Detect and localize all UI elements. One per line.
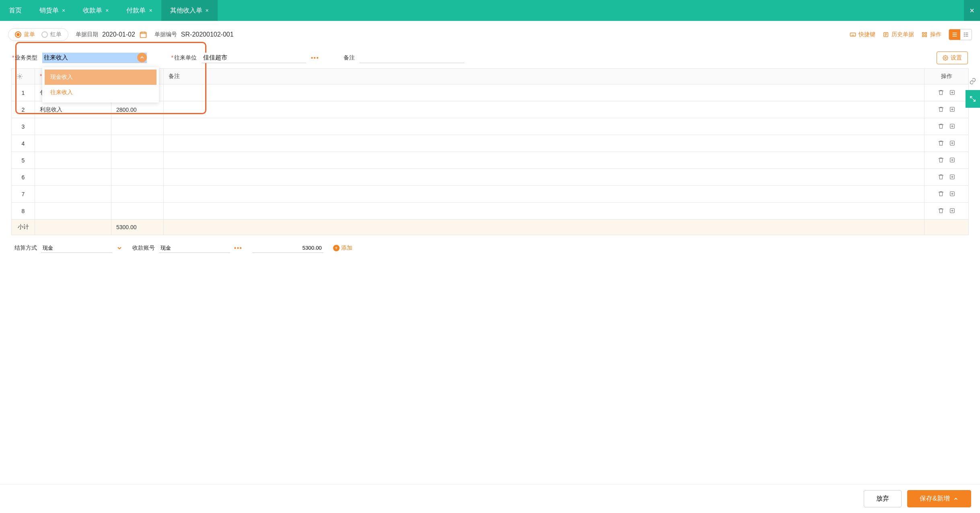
svg-point-9 [964, 36, 964, 36]
cell-amount[interactable] [111, 152, 164, 169]
side-rail [966, 72, 980, 108]
delete-row-button[interactable] [937, 105, 945, 113]
amount-input[interactable] [252, 243, 323, 253]
remark-input[interactable] [360, 53, 464, 63]
cell-remark[interactable] [164, 84, 924, 101]
calendar-icon[interactable] [139, 31, 147, 39]
delete-row-button[interactable] [937, 190, 945, 198]
col-gear[interactable] [12, 69, 35, 84]
link-icon [969, 78, 976, 85]
delete-row-button[interactable] [937, 207, 945, 215]
cell-category[interactable]: 利息收入 [35, 101, 111, 118]
cell-amount[interactable] [111, 169, 164, 186]
tab-receipt[interactable]: 收款单× [74, 0, 117, 21]
add-row-button[interactable] [948, 122, 956, 130]
recv-account-input[interactable] [159, 243, 230, 253]
add-row-button[interactable] [948, 190, 956, 198]
recv-account-lookup-button[interactable]: ••• [234, 245, 243, 251]
radio-red[interactable]: 红单 [41, 31, 62, 38]
dropdown-option-related-income[interactable]: 往来收入 [45, 85, 156, 100]
tab-other-income[interactable]: 其他收入单× [161, 0, 218, 21]
table-row[interactable]: 8 [12, 203, 969, 220]
add-row-button[interactable] [948, 173, 956, 181]
cell-amount[interactable] [111, 203, 164, 220]
add-row-button[interactable] [948, 156, 956, 164]
col-remark: 备注 [164, 69, 924, 84]
close-icon[interactable]: × [149, 7, 152, 14]
page-body: 蓝单 红单 单据日期 2020-01-02 单据编号 SR-20200102-0… [0, 21, 980, 261]
add-row-button[interactable] [948, 88, 956, 96]
delete-row-button[interactable] [937, 139, 945, 147]
party-input[interactable] [202, 53, 306, 63]
cell-remark[interactable] [164, 118, 924, 135]
cell-amount[interactable] [111, 135, 164, 152]
cell-remark[interactable] [164, 135, 924, 152]
grid-icon [921, 31, 928, 38]
tab-sales-order[interactable]: 销货单× [31, 0, 74, 21]
view-list-button[interactable] [949, 29, 960, 40]
close-icon[interactable]: × [62, 7, 65, 14]
table-row[interactable]: 4 [12, 135, 969, 152]
cell-remark[interactable] [164, 203, 924, 220]
cell-category[interactable] [35, 118, 111, 135]
cell-category[interactable] [35, 186, 111, 203]
attachment-button[interactable] [966, 72, 980, 90]
chevron-down-icon[interactable] [116, 245, 123, 251]
row-index: 4 [12, 135, 35, 152]
cell-category[interactable] [35, 135, 111, 152]
biz-type-input[interactable] [42, 53, 147, 63]
radio-blue[interactable]: 蓝单 [15, 31, 35, 38]
toolbar: 蓝单 红单 单据日期 2020-01-02 单据编号 SR-20200102-0… [4, 25, 976, 44]
cell-remark[interactable] [164, 186, 924, 203]
cell-amount[interactable] [111, 118, 164, 135]
table-row[interactable]: 7 [12, 186, 969, 203]
close-icon[interactable]: × [105, 7, 109, 14]
cell-ops [924, 101, 969, 118]
cell-category[interactable] [35, 152, 111, 169]
doc-date-value[interactable]: 2020-01-02 [102, 31, 135, 38]
cell-remark[interactable] [164, 169, 924, 186]
form-row: *业务类型 现金收入 往来收入 *往来单位 ••• 备注 设置 [4, 44, 976, 68]
table-row[interactable]: 2利息收入2800.00 [12, 101, 969, 118]
settle-method-input[interactable] [41, 243, 112, 253]
cell-amount[interactable]: 2800.00 [111, 101, 164, 118]
add-row-button[interactable] [948, 105, 956, 113]
delete-row-button[interactable] [937, 156, 945, 164]
cell-amount[interactable] [111, 186, 164, 203]
party-lookup-button[interactable]: ••• [311, 55, 319, 61]
view-toggle [949, 29, 972, 40]
table-row[interactable]: 6 [12, 169, 969, 186]
table-row[interactable]: 3 [12, 118, 969, 135]
keyboard-icon [850, 31, 856, 38]
delete-row-button[interactable] [937, 122, 945, 130]
dropdown-option-cash-income[interactable]: 现金收入 [45, 70, 156, 85]
link-label: 添加 [341, 244, 352, 252]
delete-row-button[interactable] [937, 173, 945, 181]
cell-category[interactable] [35, 203, 111, 220]
expand-icon [969, 95, 976, 103]
history-link[interactable]: 历史单据 [883, 31, 914, 38]
cell-category[interactable] [35, 169, 111, 186]
biz-type-field: *业务类型 现金收入 往来收入 [12, 53, 147, 63]
add-row-button[interactable] [948, 207, 956, 215]
table-row[interactable]: 5 [12, 152, 969, 169]
tab-payment[interactable]: 付款单× [117, 0, 161, 21]
subtotal-empty [35, 220, 111, 235]
cell-ops [924, 135, 969, 152]
close-icon[interactable]: × [206, 7, 209, 14]
add-row-button[interactable]: + 添加 [333, 244, 352, 252]
link-label: 快捷键 [859, 31, 875, 38]
cell-remark[interactable] [164, 101, 924, 118]
expand-button[interactable] [966, 90, 980, 108]
tab-home[interactable]: 首页 [0, 0, 31, 21]
view-detail-button[interactable] [960, 29, 972, 40]
ops-link[interactable]: 操作 [921, 31, 941, 38]
delete-row-button[interactable] [937, 88, 945, 96]
settings-button[interactable]: 设置 [937, 51, 968, 64]
tab-bar-close-button[interactable]: × [964, 0, 980, 21]
cell-remark[interactable] [164, 152, 924, 169]
shortcut-link[interactable]: 快捷键 [850, 31, 875, 38]
tab-label: 收款单 [83, 6, 102, 15]
add-row-button[interactable] [948, 139, 956, 147]
cell-ops [924, 118, 969, 135]
